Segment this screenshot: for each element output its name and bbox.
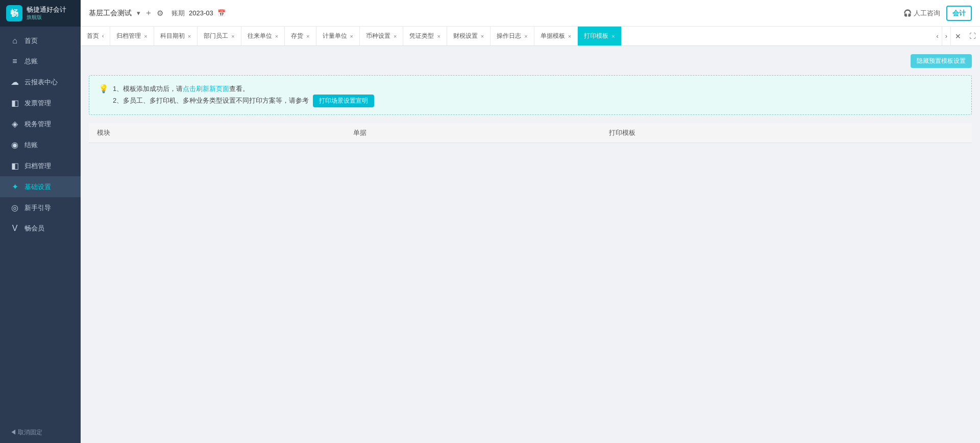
tab-tax[interactable]: 财税设置× xyxy=(447,27,491,45)
service-button[interactable]: 🎧 人工咨询 xyxy=(903,9,940,18)
tab-oplog[interactable]: 操作日志× xyxy=(491,27,534,45)
tab-label-subjects: 科目期初 xyxy=(160,32,185,40)
tab-inventory[interactable]: 存货× xyxy=(285,27,316,45)
tab-close-unit-icon[interactable]: × xyxy=(350,33,353,39)
col-print-template: 打印模板 xyxy=(601,123,972,143)
tab-close-tax-icon[interactable]: × xyxy=(481,33,484,39)
sidebar-label-archive: 归档管理 xyxy=(24,161,51,171)
sidebar-label-tax: 税务管理 xyxy=(24,120,51,129)
tabbar: 首页‹归档管理×科目期初×部门员工×往来单位×存货×计量单位×币种设置×凭证类型… xyxy=(81,27,980,46)
sidebar-label-home: 首页 xyxy=(24,36,38,45)
col-document: 单据 xyxy=(345,123,601,143)
sidebar-item-guide[interactable]: ◎新手引导 xyxy=(0,197,81,218)
tab-close-single-icon[interactable]: × xyxy=(568,33,571,39)
tab-single[interactable]: 单据模板× xyxy=(534,27,578,45)
content-area: 隐藏预置模板设置 💡 1、模板添加成功后，请点击刷新新页面查看。 2、多员工、多… xyxy=(81,46,980,443)
member-icon: V xyxy=(10,224,19,233)
archive-icon: ◧ xyxy=(10,161,19,171)
sidebar-item-tax[interactable]: ◈税务管理 xyxy=(0,113,81,134)
company-dropdown-icon[interactable]: ▾ xyxy=(137,9,140,17)
sidebar-label-guide: 新手引导 xyxy=(24,203,51,213)
tab-voucher[interactable]: 凭证类型× xyxy=(403,27,447,45)
close-icon: ◉ xyxy=(10,140,19,150)
tab-subjects[interactable]: 科目期初× xyxy=(154,27,198,45)
sidebar: 畅 畅捷通好会计 旗舰版 ⌂首页≡总账☁云报表中心◧发票管理◈税务管理◉结账◧归… xyxy=(0,0,81,443)
tab-label-unit: 计量单位 xyxy=(323,32,347,40)
sidebar-footer[interactable]: ◀ 取消固定 xyxy=(0,422,81,443)
sidebar-label-reports: 云报表中心 xyxy=(24,78,58,87)
tab-close-all-button[interactable]: ✕ xyxy=(951,27,965,45)
bulb-icon: 💡 xyxy=(99,84,109,94)
settings-icon: ✦ xyxy=(10,182,19,192)
sidebar-item-archive[interactable]: ◧归档管理 xyxy=(0,155,81,176)
tab-print[interactable]: 打印模板× xyxy=(578,27,621,45)
tab-home[interactable]: 首页‹ xyxy=(81,27,110,45)
period-label: 账期 xyxy=(172,9,185,18)
tab-close-oplog-icon[interactable]: × xyxy=(524,33,527,39)
sidebar-label-close: 结账 xyxy=(24,141,38,150)
logo-sub: 旗舰版 xyxy=(27,14,66,21)
tab-close-currency-icon[interactable]: × xyxy=(394,33,397,39)
headset-icon: 🎧 xyxy=(903,9,912,17)
main-area: 基层工会测试 ▾ ＋ ⚙ 账期 2023-03 📅 🎧 人工咨询 会计 首页‹归… xyxy=(81,0,980,443)
tab-expand-button[interactable]: ⛶ xyxy=(965,27,980,45)
sidebar-item-close[interactable]: ◉结账 xyxy=(0,134,81,155)
tab-label-voucher: 凭证类型 xyxy=(409,32,434,40)
logo-icon: 畅 xyxy=(6,5,22,21)
tab-close-print-icon[interactable]: × xyxy=(611,33,615,39)
topbar: 基层工会测试 ▾ ＋ ⚙ 账期 2023-03 📅 🎧 人工咨询 会计 xyxy=(81,0,980,27)
sidebar-item-settings[interactable]: ✦基础设置 xyxy=(0,176,81,197)
tab-label-tax: 财税设置 xyxy=(453,32,478,40)
period-value: 2023-03 xyxy=(189,9,213,17)
print-template-table: 模块 单据 打印模板 xyxy=(89,123,972,143)
tab-close-voucher-icon[interactable]: × xyxy=(437,33,440,39)
notice-refresh-link[interactable]: 点击刷新新页面 xyxy=(183,85,229,92)
tab-currency[interactable]: 币种设置× xyxy=(360,27,403,45)
tax-icon: ◈ xyxy=(10,119,19,129)
tab-close-dept-icon[interactable]: × xyxy=(231,33,234,39)
notice-line1-after: 查看。 xyxy=(229,85,249,92)
notice-text: 1、模板添加成功后，请点击刷新新页面查看。 2、多员工、多打印机、多种业务类型设… xyxy=(113,83,374,107)
tab-label-home: 首页 xyxy=(87,32,99,40)
tab-close-partner-icon[interactable]: × xyxy=(275,33,278,39)
tab-dept[interactable]: 部门员工× xyxy=(198,27,241,45)
sidebar-item-ledger[interactable]: ≡总账 xyxy=(0,51,81,72)
guide-icon: ◎ xyxy=(10,203,19,213)
tab-chevron-icon: ‹ xyxy=(102,33,104,39)
sidebar-item-reports[interactable]: ☁云报表中心 xyxy=(0,72,81,92)
logo-name: 畅捷通好会计 xyxy=(27,6,66,14)
sidebar-item-invoice[interactable]: ◧发票管理 xyxy=(0,92,81,113)
notice-box: 💡 1、模板添加成功后，请点击刷新新页面查看。 2、多员工、多打印机、多种业务类… xyxy=(89,75,972,115)
tab-unit[interactable]: 计量单位× xyxy=(316,27,360,45)
tab-label-currency: 币种设置 xyxy=(366,32,390,40)
col-module: 模块 xyxy=(89,123,345,143)
tab-prev-button[interactable]: ‹ xyxy=(933,27,942,45)
tab-close-archive-icon[interactable]: × xyxy=(144,33,147,39)
hide-template-button[interactable]: 隐藏预置模板设置 xyxy=(911,54,972,68)
sidebar-label-settings: 基础设置 xyxy=(24,182,51,192)
sidebar-item-home[interactable]: ⌂首页 xyxy=(0,31,81,51)
kuaiji-button[interactable]: 会计 xyxy=(946,6,972,21)
tab-label-partner: 往来单位 xyxy=(248,32,272,40)
sidebar-label-member: 畅会员 xyxy=(24,224,44,233)
tab-archive[interactable]: 归档管理× xyxy=(110,27,154,45)
tab-close-inventory-icon[interactable]: × xyxy=(306,33,309,39)
company-name[interactable]: 基层工会测试 xyxy=(89,9,132,18)
logo-area: 畅 畅捷通好会计 旗舰版 xyxy=(0,0,81,27)
tab-partner[interactable]: 往来单位× xyxy=(241,27,285,45)
tab-close-subjects-icon[interactable]: × xyxy=(188,33,191,39)
tab-label-inventory: 存货 xyxy=(291,32,303,40)
reports-icon: ☁ xyxy=(10,77,19,87)
ledger-icon: ≡ xyxy=(10,57,19,66)
sidebar-label-ledger: 总账 xyxy=(24,57,38,66)
topbar-right: 🎧 人工咨询 会计 xyxy=(903,6,972,21)
sidebar-item-member[interactable]: V畅会员 xyxy=(0,218,81,239)
calendar-icon[interactable]: 📅 xyxy=(217,9,226,17)
tab-next-button[interactable]: › xyxy=(942,27,951,45)
tab-label-oplog: 操作日志 xyxy=(497,32,521,40)
add-tab-button[interactable]: ＋ xyxy=(144,8,153,18)
settings-gear-icon[interactable]: ⚙ xyxy=(157,9,163,18)
print-scene-button[interactable]: 打印场景设置宣明 xyxy=(313,95,374,107)
notice-line1-before: 1、模板添加成功后，请 xyxy=(113,85,183,92)
tab-label-dept: 部门员工 xyxy=(204,32,228,40)
